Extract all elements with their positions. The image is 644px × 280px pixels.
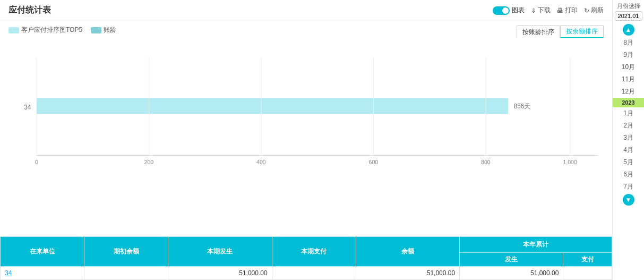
svg-rect-1 — [37, 98, 508, 114]
month-sidebar: 月份选择 ▲ 8月 9月 10月 11月 12月 2023 1月 2月 3月 4… — [612, 0, 644, 280]
chart-toggle-wrap: 图表 — [493, 6, 525, 15]
month-item-nov[interactable]: 11月 — [613, 73, 644, 86]
col-current-occurrence: 本期发生 — [168, 237, 272, 267]
col-current-payment: 本期支付 — [272, 237, 356, 267]
legend-vendor-color — [8, 27, 19, 33]
col-ytd: 本年累计 — [460, 237, 612, 253]
page-title: 应付统计表 — [8, 5, 51, 16]
cell-opening-balance — [84, 267, 168, 280]
chart-wrapper: 34 856天 0 200 400 600 800 1,000 — [8, 40, 604, 179]
col-vendor: 在来单位 — [1, 237, 84, 267]
refresh-label: 刷新 — [591, 6, 604, 15]
cell-vendor: 34 — [1, 267, 84, 280]
scroll-up-button[interactable]: ▲ — [623, 24, 634, 36]
col-opening-balance: 期初余额 — [84, 237, 168, 267]
month-item-may[interactable]: 5月 — [613, 156, 644, 168]
chart-legend: 客户应付排序图TOP5 账龄 — [8, 26, 116, 35]
download-icon: ⇓ — [531, 7, 536, 14]
month-item-sep[interactable]: 9月 — [613, 49, 644, 61]
print-icon: 🖶 — [557, 7, 563, 14]
month-item-apr[interactable]: 4月 — [613, 144, 644, 156]
data-table: 在来单位 期初余额 本期发生 本期支付 余额 本年累计 发生 支付 34 — [0, 236, 612, 280]
table-row: 34 51,000.00 51,000.00 51,000.00 — [1, 267, 612, 280]
sidebar-title: 月份选择 — [617, 2, 640, 10]
year-marker-2023: 2023 — [613, 98, 644, 107]
cell-ytd-payment — [563, 267, 612, 280]
table-header: 在来单位 期初余额 本期发生 本期支付 余额 本年累计 — [1, 237, 612, 253]
print-button[interactable]: 🖶 打印 — [557, 6, 578, 15]
col-ytd-payment: 支付 — [563, 253, 612, 267]
legend-account-color — [91, 27, 101, 33]
cell-current-occurrence: 51,000.00 — [168, 267, 272, 280]
legend-account: 账龄 — [91, 26, 116, 35]
chart-area: 客户应付排序图TOP5 账龄 按账龄排序 按余额排序 34 — [0, 21, 612, 236]
month-item-feb[interactable]: 2月 — [613, 120, 644, 132]
legend-vendor: 客户应付排序图TOP5 — [8, 26, 82, 35]
svg-text:800: 800 — [481, 159, 491, 165]
svg-text:34: 34 — [24, 104, 31, 111]
col-ytd-occurrence: 发生 — [460, 253, 563, 267]
col-balance: 余额 — [356, 237, 459, 267]
cell-balance: 51,000.00 — [356, 267, 459, 280]
svg-text:400: 400 — [256, 159, 266, 165]
chart-toggle[interactable] — [493, 6, 510, 15]
month-item-jun[interactable]: 6月 — [613, 168, 644, 181]
month-item-dec[interactable]: 12月 — [613, 86, 644, 98]
svg-text:600: 600 — [369, 159, 379, 165]
sort-by-balance-button[interactable]: 按账龄排序 — [517, 26, 560, 38]
chart-label: 图表 — [512, 6, 525, 15]
refresh-button[interactable]: ↻ 刷新 — [584, 6, 604, 15]
table-area: 在来单位 期初余额 本期发生 本期支付 余额 本年累计 发生 支付 34 — [0, 236, 612, 280]
download-label: 下载 — [538, 6, 551, 15]
month-item-aug[interactable]: 8月 — [613, 37, 644, 49]
header-actions: 图表 ⇓ 下载 🖶 打印 ↻ 刷新 — [493, 6, 604, 15]
chart-controls: 按账龄排序 按余额排序 — [517, 26, 604, 38]
cell-ytd-occurrence: 51,000.00 — [460, 267, 563, 280]
sort-by-amount-button[interactable]: 按余额排序 — [560, 26, 604, 38]
scroll-down-button[interactable]: ▼ — [623, 194, 634, 206]
svg-text:1,000: 1,000 — [563, 159, 577, 165]
refresh-icon: ↻ — [584, 7, 589, 14]
svg-text:856天: 856天 — [514, 103, 530, 109]
print-label: 打印 — [565, 6, 578, 15]
svg-text:200: 200 — [144, 159, 154, 165]
vendor-link[interactable]: 34 — [5, 269, 12, 277]
legend-account-label: 账龄 — [104, 26, 116, 35]
month-item-jul[interactable]: 7月 — [613, 181, 644, 193]
month-item-jan[interactable]: 1月 — [613, 107, 644, 120]
legend-vendor-label: 客户应付排序图TOP5 — [21, 26, 82, 35]
month-item-mar[interactable]: 3月 — [613, 132, 644, 144]
chart-svg: 34 856天 0 200 400 600 800 1,000 — [8, 40, 604, 179]
month-item-oct[interactable]: 10月 — [613, 61, 644, 73]
cell-current-payment — [272, 267, 356, 280]
svg-text:0: 0 — [35, 159, 38, 165]
year-input[interactable] — [615, 11, 642, 21]
download-button[interactable]: ⇓ 下载 — [531, 6, 551, 15]
